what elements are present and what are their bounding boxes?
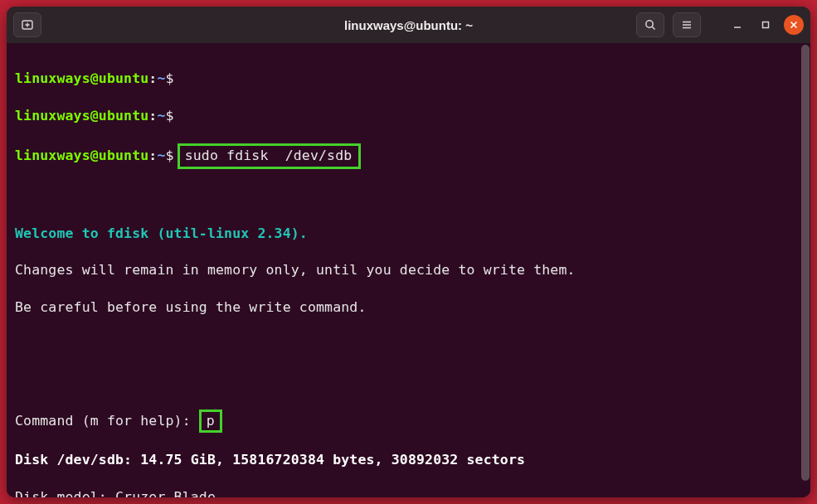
search-button[interactable]	[636, 12, 664, 37]
close-button[interactable]	[784, 15, 804, 35]
blank-line	[15, 372, 805, 390]
new-tab-button[interactable]	[13, 12, 41, 37]
minimize-button[interactable]	[727, 15, 747, 35]
svg-line-4	[652, 27, 654, 29]
disk-summary: Disk /dev/sdb: 14.75 GiB, 15816720384 by…	[15, 451, 805, 469]
titlebar: linuxways@ubuntu: ~	[7, 7, 810, 43]
svg-rect-9	[763, 22, 769, 28]
prompt-line: linuxways@ubuntu:~$	[15, 70, 805, 88]
command-highlight-box: sudo fdisk /dev/sdb	[178, 143, 362, 168]
scrollbar-thumb[interactable]	[801, 45, 810, 481]
menu-button[interactable]	[673, 12, 701, 37]
p-input: p	[207, 413, 215, 429]
prompt-line: linuxways@ubuntu:~$	[15, 107, 805, 125]
blank-line	[15, 335, 805, 353]
disk-model: Disk model: Cruzer Blade	[15, 488, 805, 497]
terminal-window: linuxways@ubuntu: ~ linuxways@ubuntu:~$ …	[7, 7, 810, 497]
blank-line	[15, 187, 805, 206]
prompt-user: linuxways@ubuntu	[15, 70, 148, 86]
fdisk-welcome: Welcome to fdisk (util-linux 2.34).	[15, 225, 805, 243]
svg-point-3	[646, 21, 653, 27]
fdisk-info-line: Changes will remain in memory only, unti…	[15, 261, 805, 279]
command-text: sudo fdisk /dev/sdb	[185, 148, 353, 163]
p-highlight-box: p	[199, 410, 222, 433]
scrollbar[interactable]	[800, 43, 810, 497]
fdisk-info-line: Be careful before using the write comman…	[15, 298, 805, 317]
maximize-button[interactable]	[756, 15, 776, 35]
prompt-line-with-cmd: linuxways@ubuntu:~$sudo fdisk /dev/sdb	[15, 143, 805, 168]
terminal-content[interactable]: linuxways@ubuntu:~$ linuxways@ubuntu:~$ …	[7, 43, 810, 497]
fdisk-command-prompt: Command (m for help): p	[15, 410, 805, 433]
